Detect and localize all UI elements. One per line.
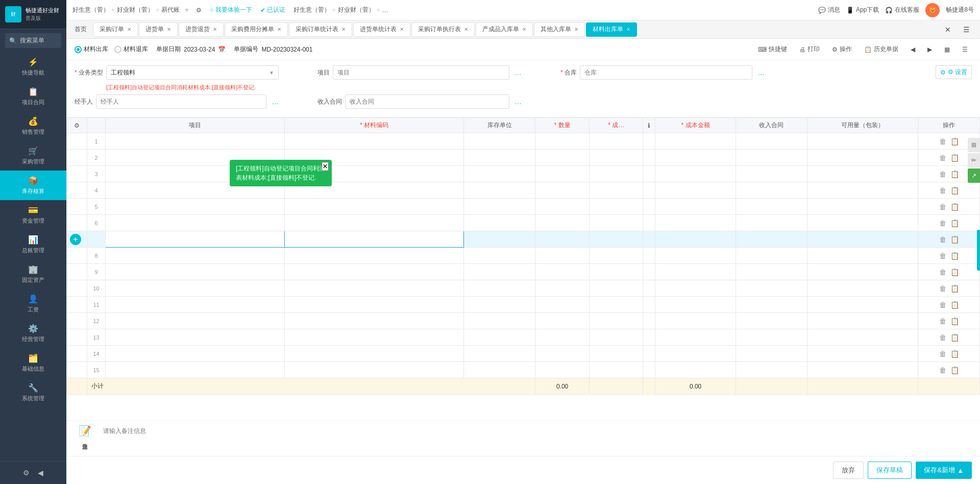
next-button[interactable]: ▶: [923, 44, 936, 55]
business-type-select[interactable]: 工程领料 ▼: [106, 65, 279, 80]
right-panel-btn-2[interactable]: ✏: [968, 153, 980, 167]
sidebar-item-inventory[interactable]: 📦 库存核算: [0, 171, 66, 200]
save-draft-button[interactable]: 保存草稿: [868, 462, 912, 479]
topbar-link-3[interactable]: 易代账: [161, 6, 180, 14]
right-panel-btn-3[interactable]: ↗: [968, 168, 980, 183]
sidebar-item-sales[interactable]: 💰 销售管理: [0, 111, 66, 141]
sidebar-item-accounting[interactable]: 📊 总账管理: [0, 230, 66, 259]
save-new-button[interactable]: 保存&新增 ▲: [916, 462, 972, 479]
sidebar-item-project[interactable]: 📋 项目合同: [0, 82, 66, 111]
prev-button[interactable]: ◀: [906, 44, 919, 55]
sidebar-item-basic[interactable]: 🗂️ 基础信息: [0, 348, 66, 378]
tab-purchase-order[interactable]: 采购订单 ✕: [93, 22, 138, 37]
delete-row-12-button[interactable]: 🗑: [938, 316, 947, 326]
sidebar-item-assets[interactable]: 🏢 固定资产: [0, 259, 66, 289]
username-label[interactable]: 畅捷通8号: [946, 6, 974, 14]
tab-close-material-out[interactable]: ✕: [626, 27, 630, 32]
project-input[interactable]: [333, 65, 509, 80]
view-toggle-grid[interactable]: ▦: [940, 44, 954, 55]
tab-close-purchase-stat[interactable]: ✕: [341, 27, 346, 32]
table-gear-icon[interactable]: ⚙: [74, 122, 80, 129]
delete-row-11-button[interactable]: 🗑: [938, 300, 947, 310]
settings-bottom-button[interactable]: ⚙: [21, 467, 32, 479]
history-button[interactable]: 📋 历史单据: [860, 43, 902, 56]
view-toggle-list[interactable]: ☰: [958, 44, 972, 55]
sidebar-item-shortcut[interactable]: ⚡ 快捷导航: [0, 52, 66, 82]
tab-close-goods-return[interactable]: ✕: [213, 27, 217, 32]
operate-button[interactable]: ⚙ 操作: [828, 43, 856, 56]
topbar-settings-icon[interactable]: ⚙: [196, 7, 202, 14]
copy-row-4-button[interactable]: 📋: [949, 185, 960, 196]
tab-close-purchase-exec[interactable]: ✕: [464, 27, 468, 32]
tab-finished-goods[interactable]: 产成品入库单 ✕: [476, 22, 533, 37]
tab-purchase-exec[interactable]: 采购订单执行表 ✕: [411, 22, 475, 37]
tab-close-finished-goods[interactable]: ✕: [522, 27, 526, 32]
delete-row-9-button[interactable]: 🗑: [938, 267, 947, 277]
tab-menu-button[interactable]: ☰: [959, 23, 974, 36]
delete-row-8-button[interactable]: 🗑: [938, 251, 947, 261]
user-avatar[interactable]: 🐱: [925, 3, 940, 17]
tab-close-goods-receipt[interactable]: ✕: [167, 27, 171, 32]
right-panel-btn-1[interactable]: ⊞: [968, 138, 980, 152]
warehouse-input[interactable]: [580, 65, 752, 80]
delete-row-6-button[interactable]: 🗑: [938, 218, 947, 228]
row-input-material-7[interactable]: [285, 231, 464, 248]
copy-row-15-button[interactable]: 📋: [949, 365, 960, 375]
input-material-7[interactable]: [288, 236, 460, 243]
tab-close-purchase-order[interactable]: ✕: [127, 27, 131, 32]
message-action[interactable]: 💬 消息: [818, 6, 840, 14]
app-download-action[interactable]: 📱 App下载: [846, 6, 879, 14]
tab-goods-return[interactable]: 进货退货 ✕: [179, 22, 224, 37]
handler-input[interactable]: [96, 94, 266, 109]
tab-other-receipt[interactable]: 其他入库单 ✕: [534, 22, 585, 37]
row-cost-2[interactable]: [589, 150, 643, 166]
topbar-link-6[interactable]: …: [382, 7, 388, 14]
delete-row-13-button[interactable]: 🗑: [938, 332, 947, 343]
row-cost-1[interactable]: [589, 133, 643, 150]
copy-row-1-button[interactable]: 📋: [949, 136, 960, 147]
warehouse-more-icon[interactable]: …: [757, 68, 765, 77]
copy-row-13-button[interactable]: 📋: [949, 332, 960, 343]
tab-close-other-receipt[interactable]: ✕: [574, 27, 578, 32]
row-contract-1[interactable]: [736, 133, 807, 150]
tooltip-close-button[interactable]: ✕: [322, 162, 329, 171]
sidebar-item-payroll[interactable]: 👤 工资: [0, 289, 66, 319]
tab-close-purchase-expense[interactable]: ✕: [277, 27, 281, 32]
delete-row-3-button[interactable]: 🗑: [938, 169, 947, 179]
topbar-link-4[interactable]: 好生意（菅）: [293, 6, 330, 14]
topbar-link-1[interactable]: 好生意（菅）: [72, 6, 109, 14]
tab-goods-stat[interactable]: 进货单统计表 ✕: [353, 22, 410, 37]
collapse-button[interactable]: ◀: [36, 467, 45, 479]
topbar-link-5[interactable]: 好业财（菅）: [338, 6, 375, 14]
copy-row-7-button[interactable]: 📋: [949, 234, 960, 245]
copy-row-14-button[interactable]: 📋: [949, 349, 960, 359]
notes-input[interactable]: [101, 425, 972, 445]
delete-row-7-button[interactable]: 🗑: [938, 234, 947, 245]
delete-row-2-button[interactable]: 🗑: [938, 153, 947, 163]
delete-row-5-button[interactable]: 🗑: [938, 202, 947, 212]
tab-purchase-expense[interactable]: 采购费用分摊单 ✕: [225, 22, 288, 37]
row-contract-2[interactable]: [736, 150, 807, 166]
row-unit-1[interactable]: [464, 133, 535, 150]
tab-close-goods-stat[interactable]: ✕: [400, 27, 404, 32]
row-unit-2[interactable]: [464, 150, 535, 166]
topbar-link-2[interactable]: 好业财（菅）: [117, 6, 154, 14]
search-menu-button[interactable]: 🔍 搜索菜单: [5, 33, 61, 48]
row-project-1[interactable]: [106, 133, 285, 150]
row-amount-1[interactable]: [655, 133, 736, 150]
copy-row-3-button[interactable]: 📋: [949, 169, 960, 179]
copy-row-9-button[interactable]: 📋: [949, 267, 960, 277]
date-value[interactable]: 2023-03-24: [184, 46, 215, 53]
tab-home[interactable]: 首页: [68, 22, 93, 37]
table-wrapper[interactable]: ⚙ 项目 * 材料编码 库存单位 * 数量 * 成… ℹ * 成本金额: [66, 117, 980, 420]
delete-row-1-button[interactable]: 🗑: [938, 136, 947, 147]
sidebar-item-purchase[interactable]: 🛒 采购管理: [0, 141, 66, 171]
tab-close-all-button[interactable]: ✕: [941, 23, 955, 36]
row-qty-2[interactable]: [535, 150, 590, 166]
tab-material-out[interactable]: 材料出库单 ✕: [586, 22, 637, 37]
project-more-icon[interactable]: …: [514, 68, 522, 77]
sidebar-item-capital[interactable]: 💳 资金管理: [0, 200, 66, 230]
calendar-icon[interactable]: 📅: [218, 46, 226, 53]
input-project-7[interactable]: [109, 236, 281, 243]
copy-row-11-button[interactable]: 📋: [949, 300, 960, 310]
